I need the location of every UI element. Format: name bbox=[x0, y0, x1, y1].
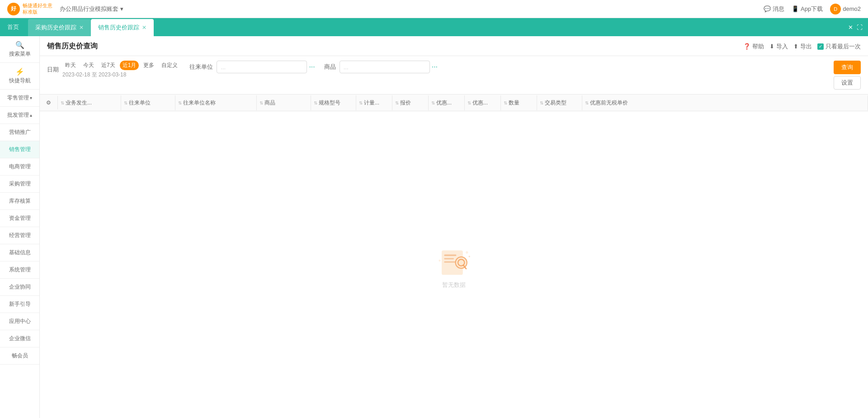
goods-picker-icon[interactable]: ··· bbox=[432, 63, 438, 71]
main-layout: 🔍 搜索菜单 ⚡ 快捷导航 零售管理 ▾ 批发管理 ▴ 营销推广 销售管理 电商… bbox=[0, 36, 868, 418]
export-icon: ⬆ bbox=[793, 43, 798, 50]
top-bar-right: 💬 消息 📱 App下载 D demo2 bbox=[764, 4, 861, 14]
goods-filter-group: 商品 ... ··· bbox=[324, 61, 438, 73]
th-measure[interactable]: ⇅ 计量... bbox=[356, 95, 392, 110]
svg-rect-3 bbox=[444, 261, 455, 263]
th-unit-name[interactable]: ⇅ 往来单位名称 bbox=[175, 95, 257, 110]
unit-picker-icon[interactable]: ··· bbox=[309, 63, 315, 71]
import-icon: ⬇ bbox=[769, 43, 774, 50]
from-unit-label: 往来单位 bbox=[189, 63, 213, 71]
sidebar-item-sys-mgmt[interactable]: 系统管理 bbox=[0, 261, 39, 279]
svg-point-7 bbox=[466, 251, 468, 253]
tab-sales-history[interactable]: 销售历史价跟踪 ✕ bbox=[91, 19, 154, 36]
goods-label: 商品 bbox=[324, 63, 336, 71]
svg-rect-1 bbox=[444, 255, 456, 256]
date-btn-7days[interactable]: 近7天 bbox=[99, 61, 118, 70]
logo-icon: 好 bbox=[7, 3, 20, 15]
empty-state: 暂无数据 bbox=[40, 111, 868, 418]
empty-illustration bbox=[434, 240, 474, 281]
date-btn-custom[interactable]: 自定义 bbox=[159, 61, 180, 70]
settings-button[interactable]: 设置 bbox=[834, 76, 861, 90]
sidebar-item-quick-nav[interactable]: ⚡ 快捷导航 bbox=[0, 63, 39, 90]
date-btn-1month[interactable]: 近1月 bbox=[120, 61, 139, 70]
top-bar-left: 好 畅捷通好生意 标准版 办公用品行业模拟账套 ▾ bbox=[7, 3, 127, 15]
logo-area: 好 畅捷通好生意 标准版 bbox=[7, 3, 52, 15]
sort-icon: ⇅ bbox=[61, 100, 64, 105]
sidebar-item-new-guide[interactable]: 新手引导 bbox=[0, 296, 39, 313]
gear-icon: ⚙ bbox=[46, 100, 51, 106]
msg-icon: 💬 bbox=[764, 5, 771, 12]
sidebar-item-inventory[interactable]: 库存核算 bbox=[0, 193, 39, 210]
msg-button[interactable]: 💬 消息 bbox=[764, 5, 784, 13]
page-header: 销售历史价查询 ❓ 帮助 ⬇ 导入 ⬆ 导出 ✓ bbox=[40, 36, 868, 56]
date-btn-today[interactable]: 今天 bbox=[80, 61, 97, 70]
header-actions: ❓ 帮助 ⬇ 导入 ⬆ 导出 ✓ 只看最后一次 bbox=[743, 43, 861, 51]
help-button[interactable]: ❓ 帮助 bbox=[743, 43, 764, 51]
th-trade-type[interactable]: ⇅ 交易类型 bbox=[537, 95, 582, 110]
sidebar-item-finance-mgmt[interactable]: 资金管理 bbox=[0, 210, 39, 227]
from-unit-input[interactable]: ... bbox=[217, 61, 307, 73]
svg-rect-2 bbox=[444, 258, 454, 260]
sidebar-item-corp-collab[interactable]: 企业协同 bbox=[0, 279, 39, 296]
sort-icon: ⇅ bbox=[359, 100, 363, 105]
th-goods[interactable]: ⇅ 商品 bbox=[257, 95, 311, 110]
sidebar-item-sales-mgmt[interactable]: 销售管理 bbox=[0, 141, 39, 158]
svg-point-9 bbox=[439, 260, 441, 262]
th-gear[interactable]: ⚙ bbox=[40, 96, 58, 109]
sort-icon: ⇅ bbox=[314, 100, 317, 105]
sidebar-item-search-menu[interactable]: 🔍 搜索菜单 bbox=[0, 36, 39, 63]
avatar: D bbox=[830, 4, 841, 14]
sidebar-item-basic-info[interactable]: 基础信息 bbox=[0, 244, 39, 261]
sort-icon: ⇅ bbox=[585, 100, 589, 105]
svg-point-8 bbox=[468, 256, 470, 257]
tab-actions: ✕ ⛶ bbox=[848, 24, 868, 31]
date-shortcuts: 昨天 今天 近7天 近1月 更多 自定义 bbox=[62, 61, 180, 70]
chevron-down-icon: ▾ bbox=[30, 95, 32, 100]
app-download-button[interactable]: 📱 App下载 bbox=[792, 5, 823, 13]
th-unit-code[interactable]: ⇅ 往来单位 bbox=[121, 95, 175, 110]
date-btn-more[interactable]: 更多 bbox=[141, 61, 157, 70]
sidebar-item-ops-mgmt[interactable]: 经营管理 bbox=[0, 227, 39, 244]
page-title: 销售历史价查询 bbox=[47, 42, 98, 51]
th-disc1[interactable]: ⇅ 优惠... bbox=[429, 95, 465, 110]
th-disc2[interactable]: ⇅ 优惠... bbox=[465, 95, 501, 110]
sort-icon: ⇅ bbox=[540, 100, 543, 105]
only-last-checkbox[interactable]: ✓ 只看最后一次 bbox=[817, 43, 861, 51]
th-qty[interactable]: ⇅ 数量 bbox=[501, 95, 537, 110]
sort-icon: ⇅ bbox=[467, 100, 471, 105]
export-button[interactable]: ⬆ 导出 bbox=[793, 43, 812, 51]
sidebar-item-marketing[interactable]: 营销推广 bbox=[0, 124, 39, 141]
th-spec[interactable]: ⇅ 规格型号 bbox=[311, 95, 356, 110]
th-notax-price[interactable]: ⇅ 优惠前无税单价 bbox=[582, 95, 868, 110]
tab-close-icon[interactable]: ✕ bbox=[142, 24, 146, 31]
app-selector[interactable]: 办公用品行业模拟账套 ▾ bbox=[56, 3, 127, 15]
user-menu[interactable]: D demo2 bbox=[830, 4, 861, 14]
tab-close-icon[interactable]: ✕ bbox=[79, 24, 84, 31]
goods-input-wrapper: ... ··· bbox=[340, 61, 438, 73]
th-biz-date[interactable]: ⇅ 业务发生... bbox=[58, 95, 121, 110]
sidebar-item-ecommerce-mgmt[interactable]: 电商管理 bbox=[0, 158, 39, 176]
sidebar-item-wholesale-mgmt[interactable]: 批发管理 ▴ bbox=[0, 107, 39, 124]
query-button[interactable]: 查询 bbox=[834, 61, 861, 74]
date-filter-group: 日期 昨天 今天 近7天 近1月 更多 自定义 2023-02-18 至 202… bbox=[47, 61, 180, 79]
checkbox-icon: ✓ bbox=[817, 43, 824, 50]
tab-purchase-history[interactable]: 采购历史价跟踪 ✕ bbox=[28, 19, 91, 36]
table-container: ⚙ ⇅ 业务发生... ⇅ 往来单位 ⇅ 往来单位名称 ⇅ 商品 bbox=[40, 94, 868, 418]
date-btn-yesterday[interactable]: 昨天 bbox=[62, 61, 79, 70]
window-maximize-icon[interactable]: ⛶ bbox=[857, 24, 863, 31]
import-button[interactable]: ⬇ 导入 bbox=[769, 43, 788, 51]
goods-input[interactable]: ... bbox=[340, 61, 430, 73]
sidebar-item-retail-mgmt[interactable]: 零售管理 ▾ bbox=[0, 90, 39, 107]
page-title-row: 销售历史价查询 ❓ 帮助 ⬇ 导入 ⬆ 导出 ✓ bbox=[47, 42, 861, 51]
th-quote[interactable]: ⇅ 报价 bbox=[392, 95, 429, 110]
sidebar-item-app-center[interactable]: 应用中心 bbox=[0, 313, 39, 330]
chevron-down-icon: ▾ bbox=[120, 5, 123, 12]
sidebar-item-member-card[interactable]: 畅会员 bbox=[0, 347, 39, 365]
window-close-icon[interactable]: ✕ bbox=[848, 24, 853, 31]
sidebar-item-purchase-mgmt[interactable]: 采购管理 bbox=[0, 176, 39, 193]
top-bar: 好 畅捷通好生意 标准版 办公用品行业模拟账套 ▾ 💬 消息 📱 App下载 D… bbox=[0, 0, 868, 18]
sidebar-item-corp-wechat[interactable]: 企业微信 bbox=[0, 330, 39, 347]
tab-home[interactable]: 首页 bbox=[0, 18, 26, 36]
empty-text: 暂无数据 bbox=[442, 281, 466, 289]
filter-bar: 日期 昨天 今天 近7天 近1月 更多 自定义 2023-02-18 至 202… bbox=[40, 56, 868, 94]
